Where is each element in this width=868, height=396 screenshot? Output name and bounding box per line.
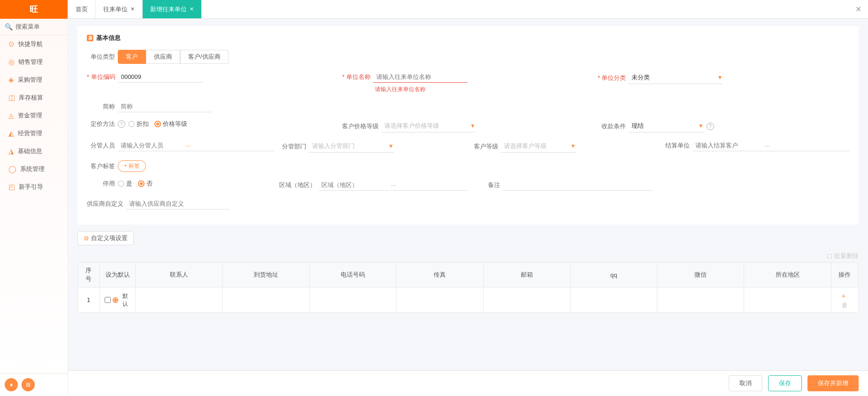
address-input[interactable]: [228, 296, 305, 303]
tab-add-trade-unit-label: 新增往来单位: [150, 5, 187, 14]
cell-area[interactable]: [744, 287, 831, 313]
tab-add-trade-unit[interactable]: 新增往来单位 ✕: [143, 0, 202, 18]
area-input[interactable]: [319, 179, 389, 190]
short-name-input[interactable]: [118, 101, 212, 112]
batch-delete-label[interactable]: 批量删除: [834, 252, 859, 260]
sidebar-item-purchase[interactable]: ◈ 采购管理: [0, 71, 68, 89]
payment-help-icon[interactable]: ?: [707, 123, 714, 130]
row-add-button[interactable]: ＋: [840, 292, 847, 300]
sidebar-item-sales[interactable]: ◎ 销售管理: [0, 53, 68, 71]
unit-name-input[interactable]: [373, 71, 467, 83]
sidebar-item-basic-info[interactable]: ◮ 基础信息: [0, 142, 68, 160]
system-icon: ◯: [8, 165, 16, 173]
manager-input-wrapper: ···: [118, 140, 274, 151]
wechat-input[interactable]: [662, 296, 739, 303]
custom-settings-button[interactable]: ⚙ 自定义项设置: [77, 231, 134, 245]
short-name-label: 简称: [87, 102, 115, 111]
remark-input[interactable]: [503, 179, 653, 191]
pricing-field: 定价方法 ? 折扣 价格等级: [87, 120, 338, 128]
customer-price-chevron: ▼: [470, 123, 475, 129]
save-new-button[interactable]: 保存并新增: [807, 375, 859, 391]
pricing-label: 定价方法: [87, 120, 115, 128]
row-checkbox[interactable]: [105, 297, 111, 303]
pricing-discount-circle: [128, 121, 135, 127]
sidebar-item-label: 系统管理: [20, 165, 45, 173]
sidebar-item-new-user[interactable]: ◰ 新手引导: [0, 178, 68, 196]
cell-phone[interactable]: [309, 287, 396, 313]
payment-select[interactable]: 现结 ▼: [629, 120, 704, 132]
window-close-button[interactable]: ✕: [849, 5, 868, 14]
supplier-custom-label: 供应商自定义: [87, 200, 123, 208]
save-button[interactable]: 保存: [768, 375, 802, 391]
customer-price-placeholder: 请选择客户价格等级: [381, 120, 470, 132]
cell-fax[interactable]: [396, 287, 483, 313]
sidebar-item-finance[interactable]: ◬ 资金管理: [0, 107, 68, 124]
dept-field: 分管部门 请输入分管部门 ▼: [278, 140, 466, 153]
customer-level-label: 客户等级: [470, 142, 498, 151]
tab-trade-units[interactable]: 往来单位 ✕: [96, 0, 143, 18]
payment-label: 收款条件: [598, 122, 626, 131]
type-btn-customer[interactable]: 客户: [118, 50, 146, 64]
sidebar-bottom-btn-1[interactable]: ♦: [5, 378, 18, 391]
purchase-icon: ◈: [8, 76, 14, 84]
add-tag-button[interactable]: + 标签: [118, 160, 146, 172]
basic-info-icon: ◮: [8, 147, 14, 155]
area-dots-btn[interactable]: ···: [389, 181, 398, 189]
pricing-level-label: 价格等级: [163, 120, 187, 128]
dept-select[interactable]: 请输入分管部门 ▼: [309, 140, 394, 153]
gear-icon: ⚙: [84, 235, 89, 242]
sidebar-bottom-btn-2[interactable]: ⊞: [22, 378, 35, 391]
contact-input[interactable]: [140, 296, 217, 303]
qq-input[interactable]: [575, 296, 652, 303]
sidebar-item-label: 采购管理: [18, 76, 42, 84]
fax-input[interactable]: [401, 296, 478, 303]
sidebar-item-operations[interactable]: ◭ 经营管理: [0, 124, 68, 142]
cancel-button[interactable]: 取消: [729, 375, 762, 391]
pricing-help-icon[interactable]: ?: [118, 120, 125, 128]
cell-address[interactable]: [222, 287, 309, 313]
cell-qq[interactable]: [570, 287, 657, 313]
sidebar-item-system[interactable]: ◯ 系统管理: [0, 160, 68, 178]
pricing-radio-discount[interactable]: 折扣: [128, 120, 149, 128]
sidebar-item-quick-nav[interactable]: ⊙ 快捷导航: [0, 35, 68, 53]
manager-input[interactable]: [118, 140, 183, 151]
settlement-input[interactable]: [693, 140, 763, 151]
customer-price-label: 客户价格等级: [342, 122, 379, 131]
area-cell-input[interactable]: [749, 296, 826, 303]
cell-contact[interactable]: [136, 287, 222, 313]
settlement-dots-btn[interactable]: ···: [763, 142, 772, 149]
disabled-yes-label: 是: [126, 179, 132, 188]
search-menu-item[interactable]: 🔍 搜索菜单: [0, 19, 68, 35]
col-fax: 传真: [396, 263, 483, 287]
manager-dots-btn[interactable]: ···: [183, 142, 193, 149]
customer-price-select[interactable]: 请选择客户价格等级 ▼: [381, 120, 475, 132]
type-btn-supplier[interactable]: 供应商: [146, 50, 180, 64]
email-input[interactable]: [488, 296, 565, 303]
unit-category-chevron: ▼: [717, 74, 723, 81]
unit-category-select[interactable]: 未分类 ▼: [629, 71, 723, 84]
sidebar-item-inventory[interactable]: ◫ 库存核算: [0, 89, 68, 107]
form-content: 基 基本信息 单位类型 客户 供应商 客户/供应商 * 单位编码: [68, 19, 868, 370]
cell-wechat[interactable]: [657, 287, 744, 313]
short-name-field: 简称: [87, 101, 849, 112]
tab-trade-units-close[interactable]: ✕: [130, 6, 135, 12]
type-btn-both[interactable]: 客户/供应商: [180, 50, 228, 64]
cell-seq: 1: [78, 287, 100, 313]
cell-email[interactable]: [483, 287, 570, 313]
pricing-radio-level[interactable]: 价格等级: [154, 120, 187, 128]
customer-price-field: 客户价格等级 请选择客户价格等级 ▼: [342, 120, 594, 132]
col-email: 邮箱: [483, 263, 570, 287]
tab-add-trade-unit-close[interactable]: ✕: [190, 6, 194, 12]
supplier-custom-input[interactable]: [126, 198, 229, 210]
section-title: 基 基本信息: [87, 34, 849, 42]
disabled-radio-no[interactable]: 否: [138, 179, 152, 188]
sidebar-item-label: 快捷导航: [18, 40, 43, 48]
customer-level-select[interactable]: 请选择客户等级 ▼: [501, 140, 576, 153]
row-delete-button[interactable]: 🗑: [841, 301, 848, 309]
default-radio[interactable]: 默认: [113, 292, 131, 308]
tab-home[interactable]: 首页: [68, 0, 96, 18]
disabled-radio-yes[interactable]: 是: [118, 179, 132, 188]
unit-code-input[interactable]: [118, 71, 203, 83]
short-name-row: 简称: [87, 101, 849, 112]
phone-input[interactable]: [314, 296, 391, 303]
